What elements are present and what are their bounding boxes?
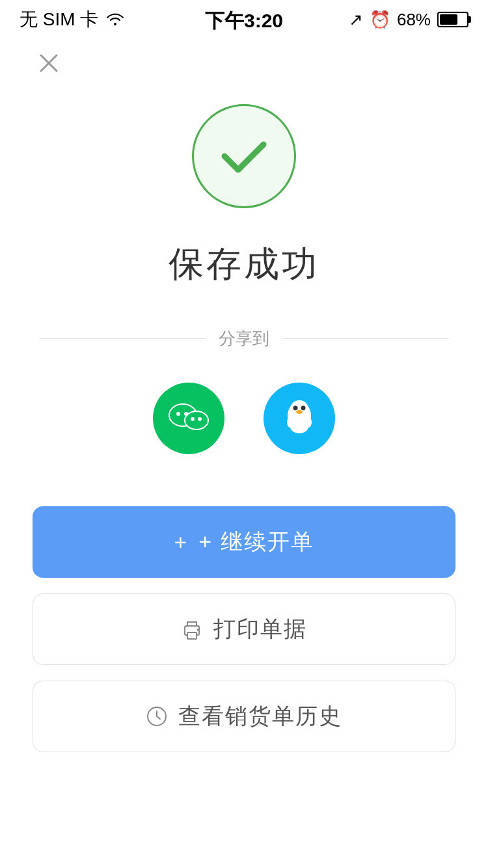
- share-icons: [39, 383, 449, 454]
- battery-text: 68%: [397, 10, 431, 30]
- svg-point-9: [290, 400, 308, 418]
- carrier-text: 无 SIM 卡: [20, 7, 98, 32]
- status-time: 下午3:20: [205, 8, 283, 34]
- svg-point-6: [191, 417, 195, 421]
- divider-line-right: [282, 338, 449, 339]
- svg-point-4: [176, 412, 180, 416]
- main-content: 保存成功 分享到: [0, 39, 488, 752]
- alarm-icon: ⏰: [370, 10, 390, 30]
- qq-share-button[interactable]: [264, 383, 335, 454]
- divider-line-left: [39, 338, 206, 339]
- svg-point-7: [198, 417, 202, 421]
- history-label: 查看销货单历史: [178, 701, 342, 731]
- wifi-icon: [106, 13, 124, 26]
- share-label: 分享到: [219, 327, 269, 350]
- battery-icon: [437, 12, 468, 27]
- continue-label: + 继续开单: [198, 527, 314, 557]
- share-section: 分享到: [0, 327, 488, 454]
- svg-point-5: [184, 412, 188, 416]
- printer-icon: [181, 618, 203, 640]
- status-left: 无 SIM 卡: [20, 7, 124, 32]
- svg-point-11: [301, 405, 305, 410]
- svg-point-15: [290, 420, 308, 433]
- svg-point-10: [293, 405, 297, 410]
- location-icon: ↗: [349, 10, 363, 30]
- close-button[interactable]: [33, 47, 65, 79]
- success-title: 保存成功: [169, 241, 319, 288]
- clock-icon: [146, 705, 168, 727]
- plus-icon: +: [174, 530, 188, 555]
- print-label: 打印单据: [213, 614, 307, 644]
- status-bar: 无 SIM 卡 下午3:20 ↗ ⏰ 68%: [0, 0, 488, 39]
- svg-rect-17: [187, 632, 197, 639]
- status-right: ↗ ⏰ 68%: [349, 10, 468, 30]
- share-divider: 分享到: [39, 327, 449, 350]
- svg-point-12: [296, 410, 303, 414]
- success-circle: [192, 104, 296, 208]
- action-buttons: + + 继续开单 打印单据 查看销货单历史: [0, 506, 488, 752]
- svg-point-18: [197, 629, 199, 631]
- continue-button[interactable]: + + 继续开单: [33, 506, 455, 578]
- wechat-share-button[interactable]: [153, 383, 224, 454]
- history-button[interactable]: 查看销货单历史: [33, 681, 455, 752]
- print-button[interactable]: 打印单据: [33, 593, 455, 665]
- checkmark-icon: [215, 127, 273, 185]
- svg-point-3: [185, 411, 208, 429]
